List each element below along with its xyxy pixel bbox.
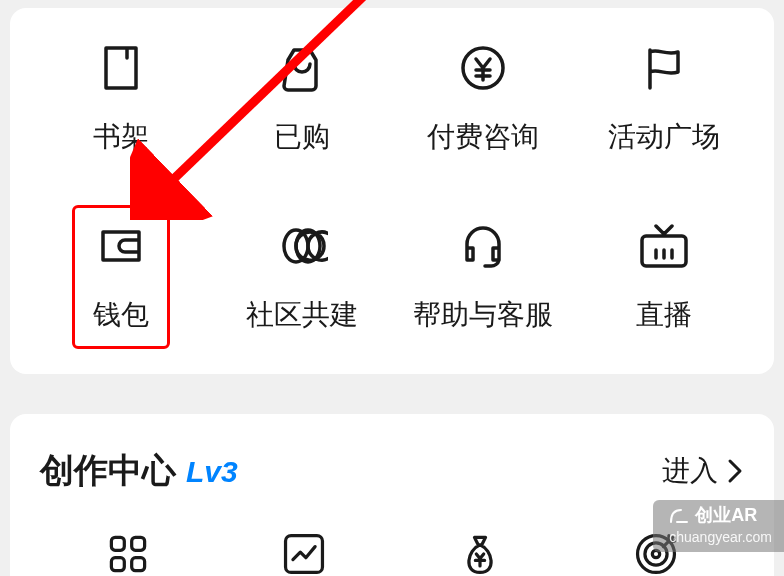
label: 书架: [93, 118, 149, 156]
watermark: 创业AR chuangyear.com: [653, 500, 784, 552]
creator-level-badge: Lv3: [186, 455, 238, 489]
label: 直播: [636, 296, 692, 334]
community-icon: [272, 216, 332, 276]
menu-item-help[interactable]: 帮助与客服: [413, 216, 553, 334]
menu-item-wallet[interactable]: 钱包: [72, 205, 170, 349]
yen-circle-icon: [453, 38, 513, 98]
menu-card: 书架 已购 付费咨询 活动广场 钱包: [10, 8, 774, 374]
flag-icon: [634, 38, 694, 98]
creator-grid: [40, 524, 744, 576]
svg-rect-6: [132, 558, 145, 571]
headset-icon: [453, 216, 513, 276]
creator-title-text: 创作中心: [40, 448, 176, 494]
menu-item-bookshelf[interactable]: 书架: [91, 38, 151, 156]
svg-rect-4: [132, 537, 145, 550]
label: 钱包: [93, 296, 149, 334]
watermark-url: chuangyear.com: [669, 528, 772, 546]
label: 付费咨询: [427, 118, 539, 156]
grid-icon: [98, 524, 158, 576]
enter-label: 进入: [662, 452, 718, 490]
watermark-title: 创业AR: [695, 504, 757, 527]
menu-item-live[interactable]: 直播: [634, 216, 694, 334]
chart-icon: [274, 524, 334, 576]
creator-item-dashboard[interactable]: [98, 524, 158, 576]
label: 已购: [274, 118, 330, 156]
money-bag-icon: [450, 524, 510, 576]
label: 社区共建: [246, 296, 358, 334]
shopping-bag-icon: [272, 38, 332, 98]
wallet-icon: [91, 216, 151, 276]
svg-rect-5: [111, 558, 124, 571]
label: 帮助与客服: [413, 296, 553, 334]
chevron-right-icon: [724, 457, 744, 485]
menu-item-paid-consult[interactable]: 付费咨询: [427, 38, 539, 156]
menu-item-purchased[interactable]: 已购: [272, 38, 332, 156]
tv-live-icon: [634, 216, 694, 276]
creator-header: 创作中心 Lv3 进入: [40, 448, 744, 494]
bookshelf-icon: [91, 38, 151, 98]
creator-enter-link[interactable]: 进入: [662, 452, 744, 490]
menu-grid: 书架 已购 付费咨询 活动广场 钱包: [30, 38, 754, 334]
label: 活动广场: [608, 118, 720, 156]
svg-rect-3: [111, 537, 124, 550]
creator-title: 创作中心 Lv3: [40, 448, 238, 494]
menu-item-community[interactable]: 社区共建: [246, 216, 358, 334]
menu-item-activity[interactable]: 活动广场: [608, 38, 720, 156]
watermark-logo-icon: [669, 508, 689, 524]
creator-item-earnings[interactable]: [450, 524, 510, 576]
creator-item-analytics[interactable]: [274, 524, 334, 576]
